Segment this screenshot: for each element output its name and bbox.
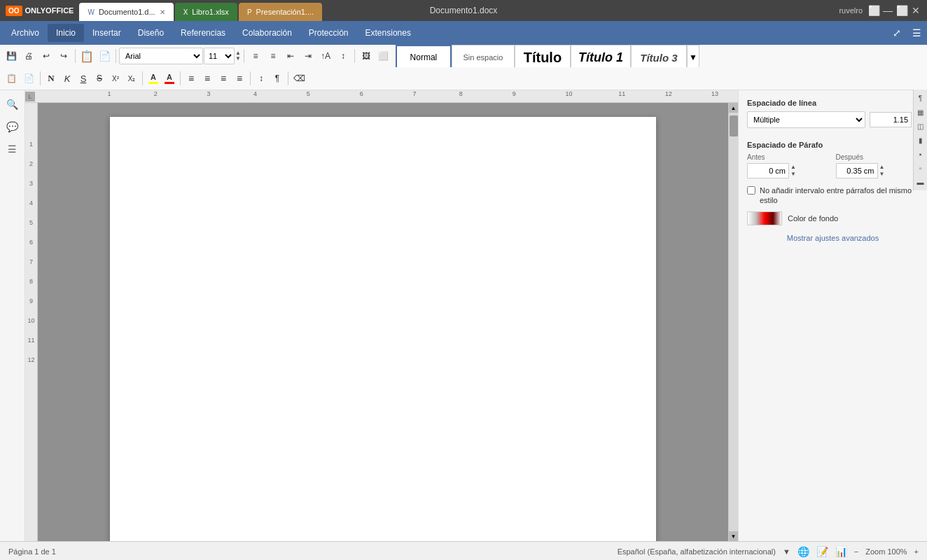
highlight-color-button[interactable]: A bbox=[146, 71, 161, 86]
no-interval-checkbox[interactable] bbox=[747, 186, 755, 195]
line-spacing-type-select[interactable]: Múltiple bbox=[747, 111, 865, 128]
mini-image-icon[interactable]: ◫ bbox=[915, 120, 926, 132]
menu-proteccion[interactable]: Protección bbox=[300, 24, 357, 42]
close-icon[interactable]: ✕ bbox=[910, 5, 921, 16]
redo-button[interactable]: ↪ bbox=[55, 48, 72, 64]
mini-paragraph-icon[interactable]: ¶ bbox=[915, 92, 926, 104]
menu-inicio[interactable]: Inicio bbox=[48, 24, 84, 42]
before-down-icon[interactable]: ▼ bbox=[790, 171, 796, 178]
menu-colaboracion[interactable]: Colaboración bbox=[234, 24, 300, 42]
fit-page-icon[interactable]: ⤢ bbox=[890, 24, 904, 41]
font-size-select[interactable]: 11 bbox=[204, 48, 235, 64]
numbered-list-button[interactable]: ≡ bbox=[265, 48, 281, 64]
style-no-space[interactable]: Sin espacio bbox=[452, 45, 515, 67]
style-normal[interactable]: Normal bbox=[396, 45, 452, 67]
paste-button[interactable]: 📋 bbox=[78, 48, 95, 64]
zoom-in-icon[interactable]: + bbox=[914, 547, 919, 556]
copy2-button[interactable]: 📄 bbox=[20, 70, 37, 87]
strikethrough-button[interactable]: S bbox=[92, 71, 107, 86]
tab-xls[interactable]: X Libro1.xlsx bbox=[175, 3, 237, 21]
font-size-decrease-icon[interactable]: ▼ bbox=[235, 56, 241, 62]
zoom-out-icon[interactable]: − bbox=[854, 547, 858, 556]
insert-shape-button[interactable]: ⬜ bbox=[375, 48, 392, 64]
style-title3[interactable]: Título 3 bbox=[631, 45, 687, 67]
justify-button[interactable]: ≡ bbox=[232, 71, 247, 86]
clipboard-group: 📋 📄 bbox=[78, 48, 113, 64]
vruler-8: 8 bbox=[29, 278, 33, 285]
line-spacing-button[interactable]: ↕ bbox=[335, 48, 351, 64]
font-color-button[interactable]: A bbox=[162, 71, 177, 86]
vertical-scrollbar[interactable]: ▲ ▼ bbox=[728, 103, 738, 541]
tab-doc-close[interactable]: ✕ bbox=[160, 8, 165, 16]
align-center-button[interactable]: ≡ bbox=[200, 71, 215, 86]
after-up-icon[interactable]: ▲ bbox=[879, 164, 885, 171]
menu-diseno[interactable]: Diseño bbox=[130, 24, 172, 42]
background-color-swatch[interactable] bbox=[747, 211, 782, 225]
mini-shape-icon[interactable]: ▪ bbox=[915, 148, 926, 160]
styles-dropdown-button[interactable]: ▼ bbox=[687, 45, 699, 67]
globe-icon[interactable]: 🌐 bbox=[797, 546, 809, 557]
save-button[interactable]: 💾 bbox=[3, 48, 20, 64]
align-right-button[interactable]: ≡ bbox=[216, 71, 231, 86]
paragraph-spacing-button[interactable]: ¶ bbox=[270, 71, 285, 86]
tab-ppt[interactable]: P Presentación1.... bbox=[239, 3, 322, 21]
line-spacing-value-input[interactable] bbox=[870, 112, 912, 127]
tab-doc[interactable]: W Documento1.d... ✕ bbox=[79, 3, 173, 21]
ruler-corner[interactable]: L bbox=[25, 92, 35, 102]
tab-xls-label: Libro1.xlsx bbox=[192, 8, 229, 16]
bold-button[interactable]: N bbox=[43, 71, 59, 86]
document-page[interactable] bbox=[110, 117, 656, 541]
sort-button[interactable]: ↑A bbox=[317, 48, 334, 64]
paste2-button[interactable]: 📋 bbox=[3, 70, 20, 87]
menu-archivo[interactable]: Archivo bbox=[3, 24, 48, 42]
undo-button[interactable]: ↩ bbox=[38, 48, 55, 64]
decrease-indent-button[interactable]: ⇤ bbox=[282, 48, 299, 64]
menu-insertar[interactable]: Insertar bbox=[84, 24, 130, 42]
mini-chart-icon[interactable]: ▫ bbox=[915, 162, 926, 174]
line-spacing2-button[interactable]: ↕ bbox=[253, 71, 269, 86]
language-icon[interactable]: ▼ bbox=[783, 547, 790, 556]
username: ruvelro bbox=[839, 6, 863, 15]
font-name-select[interactable]: Arial bbox=[119, 48, 203, 64]
divider-7 bbox=[180, 71, 181, 85]
document-scroll-area[interactable] bbox=[38, 103, 728, 541]
minimize-icon[interactable]: — bbox=[882, 5, 893, 16]
style-title2[interactable]: Título 1 bbox=[571, 45, 631, 67]
clear-format-button[interactable]: ⌫ bbox=[291, 71, 307, 86]
advanced-settings-link[interactable]: Mostrar ajustes avanzados bbox=[747, 234, 919, 242]
before-value-input[interactable] bbox=[747, 163, 789, 178]
subscript-button[interactable]: X₂ bbox=[124, 71, 139, 86]
print-button[interactable]: 🖨 bbox=[20, 48, 37, 64]
more-menu-icon[interactable]: ☰ bbox=[909, 24, 924, 41]
mini-signature-icon[interactable]: ▬ bbox=[915, 176, 926, 188]
before-col: Antes ▲ ▼ bbox=[747, 153, 830, 178]
increase-indent-button[interactable]: ⇥ bbox=[300, 48, 316, 64]
scroll-down-icon[interactable]: ▼ bbox=[729, 531, 739, 541]
insert-image-button[interactable]: 🖼 bbox=[358, 48, 375, 64]
sidebar-search-icon[interactable]: 🔍 bbox=[4, 96, 21, 113]
maximize-icon[interactable]: ⬜ bbox=[896, 5, 907, 16]
scroll-up-icon[interactable]: ▲ bbox=[729, 103, 739, 113]
italic-button[interactable]: K bbox=[60, 71, 75, 86]
underline-button[interactable]: S bbox=[76, 71, 91, 86]
mini-table-icon[interactable]: ▦ bbox=[915, 106, 926, 118]
before-up-icon[interactable]: ▲ bbox=[790, 164, 796, 171]
spell-check-icon[interactable]: 📝 bbox=[816, 546, 828, 557]
sidebar-comment-icon[interactable]: 💬 bbox=[4, 118, 21, 135]
sidebar-outline-icon[interactable]: ☰ bbox=[4, 141, 21, 158]
align-left-button[interactable]: ≡ bbox=[183, 71, 199, 86]
bullet-list-button[interactable]: ≡ bbox=[247, 48, 264, 64]
mini-header-icon[interactable]: ▮ bbox=[915, 134, 926, 146]
scrollbar-thumb[interactable] bbox=[730, 115, 738, 136]
menu-referencias[interactable]: Referencias bbox=[172, 24, 234, 42]
menu-extensiones[interactable]: Extensiones bbox=[357, 24, 419, 42]
copy-button[interactable]: 📄 bbox=[96, 48, 113, 64]
superscript-button[interactable]: X² bbox=[108, 71, 123, 86]
after-value-input[interactable] bbox=[836, 163, 878, 178]
track-changes-icon[interactable]: 📊 bbox=[835, 546, 847, 557]
after-arrows: ▲ ▼ bbox=[879, 164, 885, 177]
restore-up-icon[interactable]: ⬜ bbox=[868, 5, 879, 16]
after-down-icon[interactable]: ▼ bbox=[879, 171, 885, 178]
style-title1[interactable]: Título bbox=[515, 45, 571, 67]
vruler-7: 7 bbox=[29, 258, 33, 265]
